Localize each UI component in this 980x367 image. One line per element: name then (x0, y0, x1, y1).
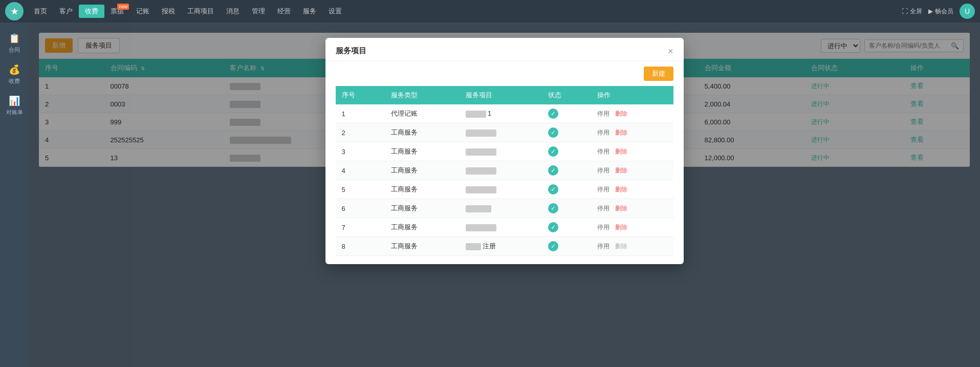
service-items-modal: 服务项目 × 新建 序号 服务类型 服务项目 状态 操作 (325, 38, 684, 264)
fullscreen-btn[interactable]: ⛶ 全屏 (902, 7, 922, 16)
modal-toolbar: 新建 (325, 61, 684, 86)
logo-icon: ★ (5, 2, 24, 20)
member-btn[interactable]: ▶ 畅会员 (928, 7, 953, 16)
modal-cell-item: 1 (460, 104, 542, 123)
reconcile-icon: 📊 (9, 95, 20, 106)
nav-fee[interactable]: 收费 (79, 5, 104, 18)
stop-btn[interactable]: 停用 (597, 243, 609, 250)
modal-header: 服务项目 × (325, 38, 684, 61)
sidebar-item-fee[interactable]: 💰 收费 (0, 59, 29, 90)
nav-tax[interactable]: 报税 (156, 5, 181, 18)
nav-admin[interactable]: 管理 (246, 5, 271, 18)
stop-btn[interactable]: 停用 (597, 186, 609, 193)
stop-btn[interactable]: 停用 (597, 110, 609, 117)
status-ok-icon: ✓ (548, 222, 558, 232)
status-ok-icon: ✓ (548, 203, 558, 213)
stop-btn[interactable]: 停用 (597, 224, 609, 231)
modal-title: 服务项目 (336, 46, 366, 56)
nav-biz2[interactable]: 经营 (271, 5, 297, 18)
modal-body: 序号 服务类型 服务项目 状态 操作 1 代理记账 1 ✓ (325, 86, 684, 264)
status-ok-icon: ✓ (548, 109, 558, 119)
modal-table-row: 1 代理记账 1 ✓ 停用 删除 (336, 104, 673, 123)
stop-btn[interactable]: 停用 (597, 167, 609, 174)
stop-btn[interactable]: 停用 (597, 129, 609, 136)
nav-bookkeep[interactable]: 记账 (130, 5, 156, 18)
nav-home[interactable]: 首页 (28, 5, 53, 18)
modal-table: 序号 服务类型 服务项目 状态 操作 1 代理记账 1 ✓ (336, 86, 673, 256)
modal-col-item: 服务项目 (460, 86, 542, 104)
modal-cell-status: ✓ (542, 104, 591, 123)
sidebar-item-reconcile[interactable]: 📊 对账单 (0, 90, 29, 121)
delete-btn-gray[interactable]: 删除 (615, 243, 627, 250)
modal-table-row: 7 工商服务 ✓ 停用 删除 (336, 218, 673, 237)
modal-col-action: 操作 (591, 86, 673, 104)
modal-overlay: 服务项目 × 新建 序号 服务类型 服务项目 状态 操作 (29, 23, 980, 367)
modal-cell-action: 停用 删除 (591, 104, 673, 123)
delete-btn[interactable]: 删除 (615, 148, 627, 155)
modal-table-row: 8 工商服务 注册 ✓ 停用 删除 (336, 237, 673, 256)
status-ok-icon: ✓ (548, 184, 558, 195)
contract-icon: 📋 (9, 33, 20, 44)
nav-biz[interactable]: 工商项目 (181, 5, 220, 18)
top-nav: ★ 首页 客户 收费 票据 new 记账 报税 工商项目 消息 管理 经营 服务… (0, 0, 980, 23)
right-actions: ⛶ 全屏 ▶ 畅会员 U (902, 4, 975, 19)
delete-btn[interactable]: 删除 (615, 167, 627, 174)
modal-col-seq: 序号 (336, 86, 385, 104)
modal-close-btn[interactable]: × (668, 47, 673, 56)
nav-msg[interactable]: 消息 (220, 5, 246, 18)
status-ok-icon: ✓ (548, 127, 558, 138)
nav-invoice[interactable]: 票据 new (104, 5, 130, 18)
stop-btn[interactable]: 停用 (597, 205, 609, 212)
delete-btn[interactable]: 删除 (615, 224, 627, 231)
sidebar-item-contract[interactable]: 📋 合同 (0, 28, 29, 59)
delete-btn[interactable]: 删除 (615, 129, 627, 136)
nav-service[interactable]: 服务 (297, 5, 322, 18)
modal-cell-type: 代理记账 (385, 104, 460, 123)
status-ok-icon: ✓ (548, 146, 558, 157)
new-badge: new (117, 4, 129, 10)
delete-btn[interactable]: 删除 (615, 205, 627, 212)
status-ok-icon: ✓ (548, 165, 558, 176)
modal-cell-seq: 1 (336, 104, 385, 123)
delete-btn[interactable]: 删除 (615, 110, 627, 117)
modal-new-btn[interactable]: 新建 (644, 67, 673, 81)
status-ok-icon: ✓ (548, 241, 558, 251)
sidebar: 📋 合同 💰 收费 📊 对账单 (0, 23, 29, 367)
modal-col-type: 服务类型 (385, 86, 460, 104)
member-icon: ▶ (928, 8, 933, 15)
nav-items: 首页 客户 收费 票据 new 记账 报税 工商项目 消息 管理 经营 服务 设… (28, 5, 902, 18)
modal-table-row: 3 工商服务 ✓ 停用 删除 (336, 142, 673, 161)
nav-settings[interactable]: 设置 (322, 5, 348, 18)
fullscreen-icon: ⛶ (902, 8, 908, 15)
stop-btn[interactable]: 停用 (597, 148, 609, 155)
modal-table-row: 4 工商服务 ✓ 停用 删除 (336, 161, 673, 180)
modal-col-status: 状态 (542, 86, 591, 104)
delete-btn[interactable]: 删除 (615, 186, 627, 193)
fee-icon: 💰 (9, 64, 20, 75)
modal-table-row: 5 工商服务 ✓ 停用 删除 (336, 180, 673, 199)
nav-client[interactable]: 客户 (53, 5, 79, 18)
avatar[interactable]: U (960, 4, 975, 19)
modal-table-row: 6 工商服务 ✓ 停用 删除 (336, 199, 673, 218)
modal-table-row: 2 工商服务 ✓ 停用 删除 (336, 123, 673, 142)
